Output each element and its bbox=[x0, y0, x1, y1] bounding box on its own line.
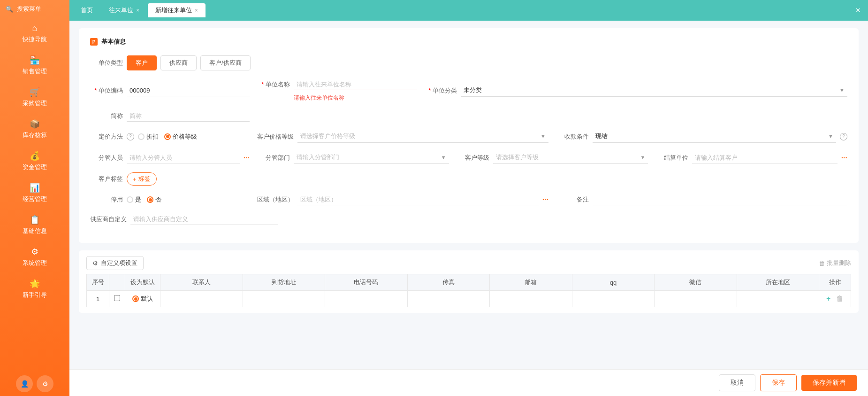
unit-type-row: 单位类型 客户 供应商 客户/供应商 bbox=[90, 55, 847, 70]
chevron-down-icon: ▼ bbox=[839, 87, 845, 93]
cell-address[interactable] bbox=[243, 291, 325, 307]
row-default-radio-option[interactable]: 默认 bbox=[130, 295, 155, 303]
code-name-category-row: 单位编码 单位名称 请输入往来单位名称 单位分类 未分类 bbox=[90, 79, 847, 102]
row-checkbox[interactable] bbox=[114, 295, 120, 301]
custom-settings-button[interactable]: ⚙ 自定义项设置 bbox=[86, 256, 144, 270]
short-name-input[interactable] bbox=[127, 110, 250, 122]
tab-partner-list-close[interactable]: × bbox=[136, 7, 139, 14]
row-default-radio[interactable] bbox=[132, 295, 139, 302]
col-phone: 电话号码 bbox=[325, 274, 408, 291]
cell-email[interactable] bbox=[490, 291, 572, 307]
cell-phone[interactable] bbox=[325, 291, 408, 307]
remark-input[interactable] bbox=[593, 194, 847, 205]
disabled-no-option[interactable]: 否 bbox=[147, 195, 161, 204]
tag-row: 客户标签 + 标签 bbox=[90, 172, 847, 186]
operations-icon: 📊 bbox=[30, 183, 40, 193]
supplier-custom-input[interactable] bbox=[130, 214, 278, 225]
tab-add-partner[interactable]: 新增往来单位 × bbox=[148, 3, 206, 17]
home-icon: ⌂ bbox=[32, 23, 38, 33]
basic-icon: 📋 bbox=[30, 215, 40, 225]
manager-input[interactable] bbox=[127, 152, 240, 163]
row-delete-btn[interactable]: 🗑 bbox=[834, 294, 845, 304]
sidebar-item-operations[interactable]: 📊 经营管理 bbox=[0, 177, 69, 209]
sidebar-item-quick-nav[interactable]: ⌂ 快捷导航 bbox=[0, 18, 69, 49]
unit-name-error: 请输入往来单位名称 bbox=[294, 94, 344, 101]
wechat-input[interactable] bbox=[659, 296, 732, 303]
add-tag-label: 标签 bbox=[138, 175, 151, 183]
unit-code-input[interactable] bbox=[127, 85, 250, 96]
unit-name-input[interactable] bbox=[294, 79, 417, 90]
unit-type-customer-btn[interactable]: 客户 bbox=[127, 55, 157, 70]
email-input[interactable] bbox=[495, 296, 567, 303]
manager-more-btn[interactable]: ··· bbox=[244, 154, 250, 162]
manager-row: 分管人员 ··· 分管部门 请输入分管部门 ▼ 客户等级 请选择客户等级 ▼ bbox=[90, 151, 847, 164]
tab-add-partner-close[interactable]: × bbox=[195, 7, 198, 14]
fax-input[interactable] bbox=[412, 296, 485, 303]
sidebar-item-inventory[interactable]: 📦 库存核算 bbox=[0, 113, 69, 145]
sidebar-settings-btn[interactable]: ⚙ bbox=[37, 375, 53, 392]
customer-price-level-group: 客户价格等级 请选择客户价格等级 ▼ bbox=[257, 130, 548, 143]
payment-terms-group: 收款条件 现结 ▼ ? bbox=[556, 130, 847, 143]
payment-terms-help-icon[interactable]: ? bbox=[840, 133, 847, 140]
unit-type-both-btn[interactable]: 客户/供应商 bbox=[200, 55, 251, 70]
contact-input[interactable] bbox=[165, 296, 238, 303]
col-contact: 联系人 bbox=[160, 274, 243, 291]
unit-type-supplier-btn[interactable]: 供应商 bbox=[160, 55, 197, 70]
inventory-icon: 📦 bbox=[30, 119, 40, 129]
cell-contact[interactable] bbox=[160, 291, 243, 307]
customer-level-placeholder: 请选择客户等级 bbox=[496, 153, 539, 162]
save-button[interactable]: 保存 bbox=[760, 374, 797, 391]
add-tag-button[interactable]: + 标签 bbox=[127, 172, 157, 186]
chevron-down-icon-3: ▼ bbox=[828, 133, 833, 139]
tab-partner-list-label: 往来单位 bbox=[109, 6, 133, 15]
pricing-price-level-option[interactable]: 价格等级 bbox=[164, 132, 197, 141]
cell-action: + 🗑 bbox=[819, 291, 851, 307]
tab-partner-list[interactable]: 往来单位 × bbox=[101, 3, 147, 17]
save-new-button[interactable]: 保存并新增 bbox=[801, 375, 857, 391]
settlement-unit-input[interactable] bbox=[692, 152, 837, 163]
location-input[interactable] bbox=[742, 296, 815, 303]
address-input[interactable] bbox=[248, 296, 320, 303]
sidebar-item-system[interactable]: ⚙ 系统管理 bbox=[0, 241, 69, 273]
tab-bar-close-btn[interactable]: × bbox=[852, 4, 864, 17]
disabled-yes-option[interactable]: 是 bbox=[127, 195, 141, 204]
qq-input[interactable] bbox=[577, 296, 650, 303]
cancel-button[interactable]: 取消 bbox=[719, 374, 755, 391]
sidebar-item-label: 资金管理 bbox=[23, 163, 47, 171]
plus-icon: + bbox=[133, 176, 137, 183]
sidebar-item-purchase[interactable]: 🛒 采购管理 bbox=[0, 81, 69, 113]
pricing-help-icon[interactable]: ? bbox=[127, 133, 134, 140]
settlement-unit-more-btn[interactable]: ··· bbox=[841, 154, 847, 162]
region-input[interactable] bbox=[297, 194, 539, 205]
pricing-discount-radio[interactable] bbox=[138, 133, 145, 140]
remark-label: 备注 bbox=[556, 195, 589, 204]
batch-delete-button[interactable]: 🗑 批量删除 bbox=[819, 259, 851, 267]
tab-home[interactable]: 首页 bbox=[73, 3, 100, 17]
payment-terms-select[interactable]: 现结 ▼ bbox=[593, 130, 836, 143]
cell-fax[interactable] bbox=[407, 291, 490, 307]
row-add-btn[interactable]: + bbox=[824, 294, 832, 304]
customer-level-select[interactable]: 请选择客户等级 ▼ bbox=[493, 151, 648, 164]
cell-location[interactable] bbox=[737, 291, 819, 307]
disabled-no-radio[interactable] bbox=[147, 196, 153, 203]
pricing-discount-option[interactable]: 折扣 bbox=[138, 132, 159, 141]
sidebar-item-basic[interactable]: 📋 基础信息 bbox=[0, 209, 69, 241]
cell-qq[interactable] bbox=[572, 291, 655, 307]
phone-input[interactable] bbox=[330, 296, 403, 303]
cell-checkbox[interactable] bbox=[109, 291, 125, 307]
sidebar-item-guide[interactable]: 🌟 新手引导 bbox=[0, 273, 69, 305]
department-select[interactable]: 请输入分管部门 ▼ bbox=[294, 151, 449, 164]
sidebar-user-btn[interactable]: 👤 bbox=[16, 375, 33, 392]
region-more-btn[interactable]: ··· bbox=[542, 195, 548, 204]
pricing-price-level-radio[interactable] bbox=[164, 133, 171, 140]
unit-category-select[interactable]: 未分类 ▼ bbox=[461, 84, 847, 97]
sidebar-item-finance[interactable]: 💰 资金管理 bbox=[0, 145, 69, 177]
cell-wechat[interactable] bbox=[655, 291, 737, 307]
sidebar-search[interactable]: 🔍 搜索菜单 bbox=[0, 0, 69, 18]
customer-price-level-select[interactable]: 请选择客户价格等级 ▼ bbox=[297, 130, 548, 143]
sidebar-item-sales[interactable]: 🏪 销售管理 bbox=[0, 49, 69, 81]
delete-icon: 🗑 bbox=[819, 260, 825, 267]
col-default: 设为默认 bbox=[125, 274, 160, 291]
disabled-yes-radio[interactable] bbox=[127, 196, 133, 203]
table-section: ⚙ 自定义项设置 🗑 批量删除 序号 设为默认 联系人 到货地址 电 bbox=[79, 250, 859, 313]
